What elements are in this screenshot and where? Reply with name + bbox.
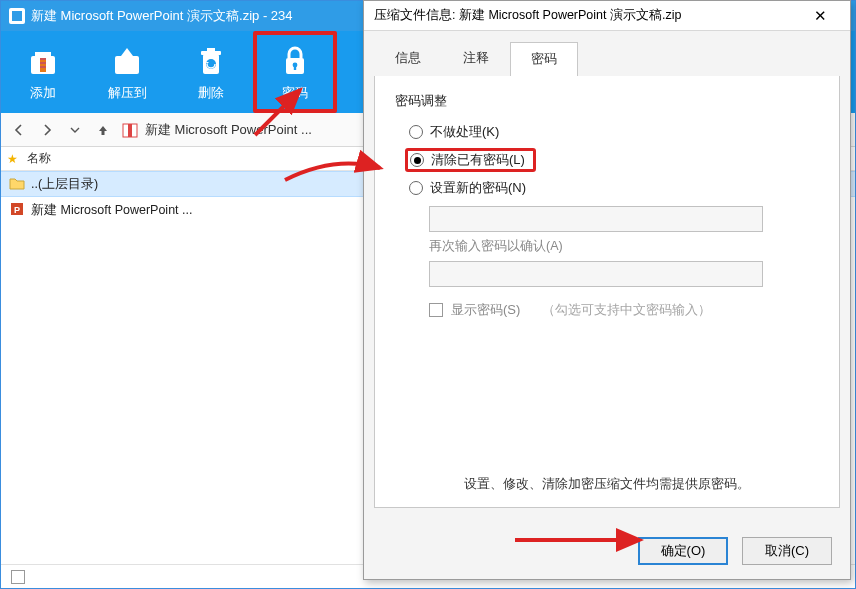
password-input [429, 206, 763, 232]
svg-rect-2 [40, 58, 46, 72]
radio-icon [409, 181, 423, 195]
tab-info[interactable]: 信息 [374, 41, 442, 76]
show-password-note: （勾选可支持中文密码输入） [542, 301, 711, 319]
show-password-checkbox[interactable]: 显示密码(S) （勾选可支持中文密码输入） [429, 301, 819, 319]
app-icon [9, 8, 25, 24]
show-password-label: 显示密码(S) [451, 301, 520, 319]
trash-icon [191, 42, 231, 78]
svg-text:P: P [14, 205, 20, 215]
radio-no-change[interactable]: 不做处理(K) [409, 120, 819, 144]
dialog-buttons: 确定(O) 取消(C) [638, 537, 832, 565]
radio-set-password[interactable]: 设置新的密码(N) [409, 176, 819, 200]
radio-icon [409, 125, 423, 139]
archive-info-dialog: 压缩文件信息: 新建 Microsoft PowerPoint 演示文稿.zip… [363, 0, 851, 580]
checkbox-icon [429, 303, 443, 317]
password-confirm-hint: 再次输入密码以确认(A) [429, 238, 819, 255]
svg-rect-9 [207, 48, 215, 52]
nav-back-icon[interactable] [9, 120, 29, 140]
close-button[interactable]: ✕ [800, 7, 840, 25]
radio-no-change-label: 不做处理(K) [430, 123, 499, 141]
star-icon[interactable]: ★ [1, 152, 23, 166]
radio-set-password-label: 设置新的密码(N) [430, 179, 526, 197]
svg-rect-5 [40, 66, 46, 68]
svg-rect-13 [294, 65, 296, 70]
tab-comment[interactable]: 注释 [442, 41, 510, 76]
extract-button[interactable]: 解压到 [85, 31, 169, 113]
svg-rect-1 [35, 52, 51, 58]
main-title-text: 新建 Microsoft PowerPoint 演示文稿.zip - 234 [31, 7, 293, 25]
breadcrumb[interactable]: 新建 Microsoft PowerPoint ... [121, 121, 312, 139]
breadcrumb-text: 新建 Microsoft PowerPoint ... [145, 121, 312, 139]
password-confirm-input [429, 261, 763, 287]
ok-button[interactable]: 确定(O) [638, 537, 728, 565]
nav-dropdown-icon[interactable] [65, 120, 85, 140]
password-group-label: 密码调整 [395, 92, 819, 110]
folder-up-icon [7, 176, 27, 193]
extract-label: 解压到 [108, 84, 147, 102]
svg-rect-15 [128, 124, 132, 137]
tab-password[interactable]: 密码 [510, 42, 578, 77]
svg-rect-4 [40, 62, 46, 64]
add-label: 添加 [30, 84, 56, 102]
delete-label: 删除 [198, 84, 224, 102]
pptx-icon: P [7, 201, 27, 220]
radio-clear-password[interactable]: 清除已有密码(L) [405, 148, 536, 172]
nav-forward-icon[interactable] [37, 120, 57, 140]
lock-icon [275, 42, 315, 78]
password-label: 密码 [282, 84, 308, 102]
dialog-footer-note: 设置、修改、清除加密压缩文件均需提供原密码。 [375, 475, 839, 493]
cancel-button[interactable]: 取消(C) [742, 537, 832, 565]
password-button[interactable]: 密码 [253, 31, 337, 113]
svg-rect-3 [40, 58, 46, 60]
status-indicator-icon [11, 570, 25, 584]
add-button[interactable]: 添加 [1, 31, 85, 113]
delete-button[interactable]: 删除 [169, 31, 253, 113]
dialog-tabs: 信息 注释 密码 [364, 31, 850, 76]
zip-file-icon [121, 121, 139, 139]
radio-clear-password-label: 清除已有密码(L) [431, 151, 525, 169]
nav-up-icon[interactable] [93, 120, 113, 140]
dialog-title-text: 压缩文件信息: 新建 Microsoft PowerPoint 演示文稿.zip [374, 7, 681, 24]
extract-icon [107, 42, 147, 78]
add-icon [23, 42, 63, 78]
dialog-titlebar: 压缩文件信息: 新建 Microsoft PowerPoint 演示文稿.zip… [364, 1, 850, 31]
radio-icon [410, 153, 424, 167]
tab-password-panel: 密码调整 不做处理(K) 清除已有密码(L) 设置新的密码(N) 再次输入密码以… [374, 76, 840, 508]
